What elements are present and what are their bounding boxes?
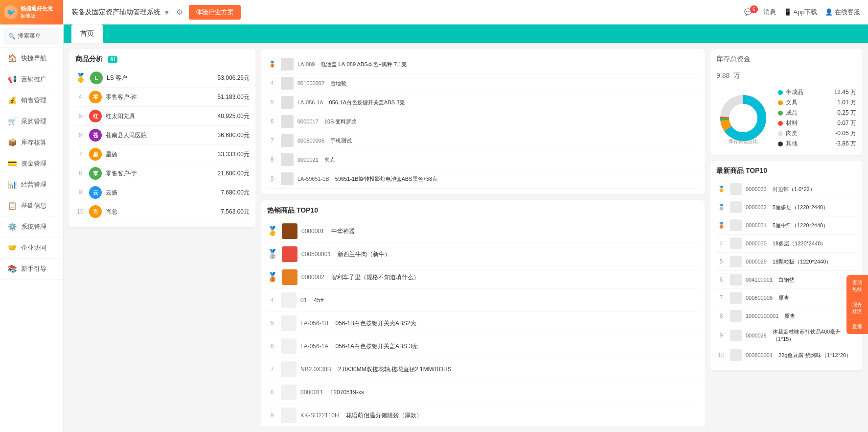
marketing-icon: 📢 (8, 75, 17, 84)
np-code-6: 004100001 (746, 277, 773, 283)
pr-rank-7: 7 (267, 137, 277, 144)
legend-item-0: 半成品 12.45 万 (778, 87, 856, 97)
service-icon: 👤 (825, 8, 833, 16)
home-icon: 🏠 (8, 54, 17, 63)
legend-dot-5 (778, 142, 783, 146)
donut-chart: 库存资金占比 (716, 91, 770, 145)
np-item-10: 10 003800001 22g鱼豆腐-烧烤味（1*12*20） (716, 346, 856, 364)
np-img-1 (730, 183, 742, 195)
sidebar-item-guide[interactable]: 📚 新手引导 (0, 259, 63, 280)
legend-item-2: 成品 0.25 万 (778, 108, 856, 118)
nav-label-inventory: 库存核算 (21, 138, 46, 147)
hp-code-2: 000500001 (301, 251, 331, 258)
hp-code-6: LA-056-1A (300, 343, 328, 350)
donut-label: 库存资金占比 (729, 138, 758, 145)
np-name-5: 18颗粒板（1220*2440） (773, 258, 856, 265)
nav-label-purchase: 采购管理 (21, 117, 46, 126)
rank-item-1: 🥇 L LS 客户 53,006.26元 (75, 69, 250, 88)
legend-item-1: 文具 1.01 万 (778, 97, 856, 108)
search-menu-button[interactable]: 🔍 搜索菜单 (4, 28, 59, 44)
sidebar-item-basic[interactable]: 📋 基础信息 (0, 195, 63, 216)
legend-val-3: 0.07 万 (837, 119, 856, 127)
pr-name-5: 056-1A白色按键开关盖ABS 3克 (329, 99, 699, 106)
sidebar-item-system[interactable]: ⚙️ 系统管理 (0, 216, 63, 238)
float-btn-live[interactable]: 直播 (846, 319, 868, 334)
legend-val-4: -0.05 万 (835, 129, 856, 138)
np-rank-6: 6 (716, 276, 726, 283)
sidebar-item-finance[interactable]: 💳 资金管理 (0, 153, 63, 174)
np-rank-2: 🥈 (716, 204, 726, 211)
np-name-4: 18多层（1220*2440） (773, 240, 856, 247)
customer-name-3: 红太阳文具 (106, 112, 214, 120)
customer-name-8: 肖总 (106, 208, 217, 216)
rank-item-2: 4 零 零售客户-许 51,183.00元 (75, 88, 250, 107)
sidebar-item-operations[interactable]: 📊 经营管理 (0, 174, 63, 195)
medal-1: 🥇 (75, 72, 86, 83)
message-area[interactable]: 💬 6 消息 (744, 8, 776, 17)
nav-label-marketing: 营销推广 (21, 75, 46, 84)
donut-section: 库存资金占比 半成品 12.45 万 文具 1.01 万 (716, 87, 856, 149)
sidebar-item-home[interactable]: 🏠 快捷导航 (0, 48, 63, 69)
tab-home[interactable]: 首页 (71, 24, 103, 43)
np-item-5: 5 0000029 18颗粒板（1220*2440） (716, 253, 856, 271)
np-img-8 (730, 310, 742, 322)
hot-product-2: 🥈 000500001 新西兰牛肉（新牛） (267, 243, 699, 266)
np-code-3: 0000031 (746, 222, 767, 228)
svg-rect-1 (282, 246, 297, 262)
hp-rank-8: 8 (267, 389, 277, 396)
badge-2: 零 (89, 91, 102, 103)
legend-val-0: 12.45 万 (834, 88, 856, 96)
prod-rank-8: 8 0000021 夹克 (267, 150, 699, 169)
settings-icon[interactable]: ⚙ (176, 7, 183, 17)
nav-label-enterprise: 企业协同 (21, 243, 46, 252)
pr-rank-4: 4 (267, 80, 277, 87)
customer-name-5: 星扬 (106, 150, 214, 159)
pr-rank-5: 5 (267, 99, 277, 106)
hot-product-4: 4 01 45# (267, 289, 699, 312)
badge-8: 肖 (89, 205, 102, 218)
nav-label-home: 快捷导航 (21, 54, 46, 63)
inventory-card: 库存总资金 9.88 万 (710, 49, 862, 155)
rank-num-7: 9 (75, 189, 85, 196)
np-img-7 (730, 292, 742, 304)
hp-name-8: 12070519-xs (330, 389, 699, 396)
rank-num-3: 5 (75, 113, 85, 120)
prod-rank-3: 🥉 LA-089 电池盖 LA-089 ABS本色+黑种 7.1克 (267, 55, 699, 74)
np-code-9: 0000028 (746, 333, 767, 338)
legend-item-5: 其他 -3.86 万 (778, 139, 856, 149)
hp-rank-4: 4 (267, 297, 277, 304)
hp-rank-7: 7 (267, 366, 277, 373)
pr-img-7 (281, 134, 294, 147)
hp-img-8 (281, 384, 297, 400)
rank-num-8: 10 (75, 208, 85, 215)
np-item-9: 9 0000028 体裁荔枝味苏打饮品400毫升（1*15） (716, 325, 856, 346)
np-rank-7: 7 (716, 294, 726, 301)
app-download-label: App下载 (793, 8, 817, 16)
trial-button[interactable]: 体验行业方案 (189, 5, 241, 20)
app-download-btn[interactable]: 📱 App下载 (784, 8, 817, 17)
customer-ranking-title: 商品分析 Ai (75, 55, 250, 64)
main-area: 装备及固定资产辅助管理系统 ▼ ⚙ 体验行业方案 💬 6 消息 📱 App下载 … (64, 0, 868, 432)
sidebar-item-marketing[interactable]: 📢 营销推广 (0, 69, 63, 90)
sidebar-item-inventory[interactable]: 📦 库存核算 (0, 132, 63, 153)
sidebar-item-enterprise[interactable]: 🤝 企业协同 (0, 238, 63, 259)
customer-amount-4: 36,600.00元 (218, 131, 250, 140)
hp-code-5: LA-056-1B (300, 320, 328, 327)
np-code-8: 10000100001 (746, 313, 778, 319)
hp-medal-2: 🥈 (267, 249, 278, 260)
online-service-btn[interactable]: 👤 在线客服 (825, 8, 860, 17)
rank-num-2: 4 (75, 94, 85, 100)
sidebar-item-sales[interactable]: 💰 销售管理 (0, 90, 63, 111)
float-btn-community[interactable]: 服务社区 (846, 297, 868, 319)
nav-label-guide: 新手引导 (21, 264, 46, 273)
badge-3: 红 (89, 110, 102, 122)
hp-img-3 (282, 269, 297, 285)
hot-product-3: 🥉 0000002 智利车子里（规格不知道填什么） (267, 266, 699, 289)
legend-name-0: 半成品 (786, 88, 834, 96)
np-name-6: 白钢垫 (778, 276, 856, 284)
float-btn-service[interactable]: 客服热线 (846, 275, 868, 297)
dropdown-arrow-icon[interactable]: ▼ (163, 8, 170, 16)
sidebar-item-purchase[interactable]: 🛒 采购管理 (0, 111, 63, 132)
svg-rect-2 (282, 269, 297, 285)
left-panel: 商品分析 Ai 🥇 L LS 客户 53,006.26元 4 零 零售客户-许 … (69, 49, 255, 426)
